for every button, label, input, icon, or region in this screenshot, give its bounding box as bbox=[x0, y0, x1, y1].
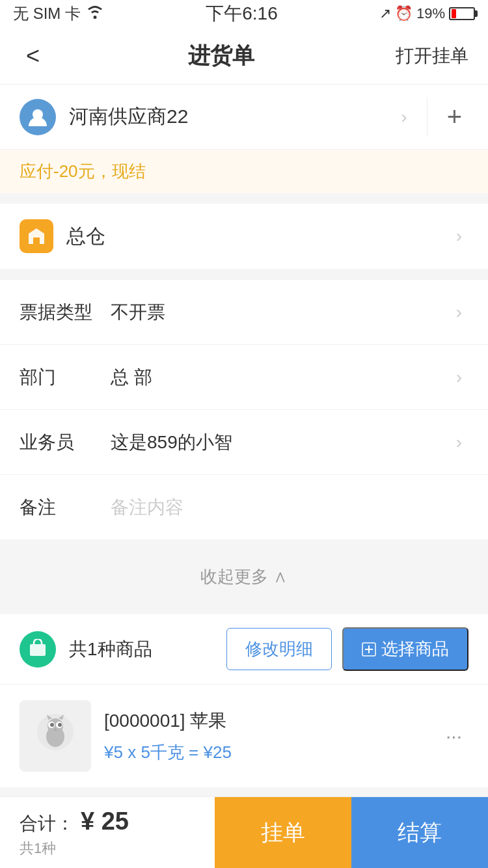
product-more-button[interactable]: ··· bbox=[439, 718, 468, 753]
open-hang-button[interactable]: 打开挂单 bbox=[396, 44, 468, 68]
invoice-label: 票据类型 bbox=[20, 300, 111, 325]
supplier-divider bbox=[427, 98, 427, 137]
status-time: 下午6:16 bbox=[206, 1, 278, 26]
salesman-chevron-icon: › bbox=[456, 432, 462, 453]
invoice-chevron-icon: › bbox=[456, 302, 462, 323]
product-item: [0000001] 苹果 ¥5 x 5千克 = ¥25 ··· bbox=[0, 684, 488, 787]
product-thumbnail bbox=[20, 700, 91, 772]
department-label: 部门 bbox=[20, 365, 111, 390]
supplier-chevron-icon: › bbox=[401, 107, 407, 128]
battery-percentage: 19% bbox=[416, 5, 445, 22]
wifi-icon bbox=[86, 5, 104, 23]
supplier-avatar bbox=[20, 99, 56, 135]
invoice-value: 不开票 bbox=[111, 300, 456, 325]
svg-rect-2 bbox=[30, 644, 46, 656]
hang-button[interactable]: 挂单 bbox=[215, 797, 351, 869]
bottom-bar: 合计： ¥ 25 共1种 挂单 结算 bbox=[0, 796, 488, 868]
total-label-text: 合计： bbox=[20, 811, 74, 836]
svg-point-11 bbox=[50, 723, 54, 727]
select-product-label: 选择商品 bbox=[381, 638, 449, 660]
product-owl-icon bbox=[33, 709, 78, 763]
warehouse-icon bbox=[20, 219, 53, 253]
invoice-row[interactable]: 票据类型 不开票 › bbox=[0, 279, 488, 344]
warehouse-section: 总仓 › bbox=[0, 204, 488, 269]
supplier-name: 河南供应商22 bbox=[69, 103, 401, 130]
spacer1 bbox=[0, 604, 488, 614]
battery-icon bbox=[449, 7, 475, 20]
products-header: 共1种商品 修改明细 选择商品 bbox=[0, 614, 488, 684]
salesman-row[interactable]: 业务员 这是859的小智 › bbox=[0, 409, 488, 474]
collapse-button[interactable]: 收起更多 ∧ bbox=[0, 550, 488, 604]
nav-bar: < 进货单 打开挂单 bbox=[0, 27, 488, 85]
total-section: 合计： ¥ 25 共1种 bbox=[0, 807, 215, 858]
salesman-value: 这是859的小智 bbox=[111, 430, 456, 455]
salesman-label: 业务员 bbox=[20, 430, 111, 455]
status-bar: 无 SIM 卡 下午6:16 ↗ ⏰ 19% bbox=[0, 0, 488, 27]
status-left: 无 SIM 卡 bbox=[13, 3, 104, 24]
products-icon bbox=[20, 631, 56, 668]
back-button[interactable]: < bbox=[20, 36, 46, 76]
department-value: 总 部 bbox=[111, 365, 456, 390]
page-title: 进货单 bbox=[188, 41, 254, 71]
warehouse-name: 总仓 bbox=[66, 223, 456, 250]
checkout-button[interactable]: 结算 bbox=[351, 797, 488, 869]
alarm-icon: ⏰ bbox=[395, 5, 413, 22]
form-section: 票据类型 不开票 › 部门 总 部 › 业务员 这是859的小智 › 备注 备注… bbox=[0, 279, 488, 539]
remark-row[interactable]: 备注 备注内容 bbox=[0, 474, 488, 539]
carrier-text: 无 SIM 卡 bbox=[13, 3, 81, 24]
products-count: 共1种商品 bbox=[69, 637, 226, 662]
product-price: ¥5 x 5千克 = ¥25 bbox=[104, 741, 439, 764]
svg-point-12 bbox=[58, 723, 62, 727]
warehouse-row[interactable]: 总仓 › bbox=[0, 204, 488, 269]
payment-hint: 应付-20元，现结 bbox=[0, 150, 488, 193]
product-info: [0000001] 苹果 ¥5 x 5千克 = ¥25 bbox=[104, 709, 439, 764]
department-chevron-icon: › bbox=[456, 367, 462, 388]
location-icon: ↗ bbox=[379, 5, 391, 22]
department-row[interactable]: 部门 总 部 › bbox=[0, 344, 488, 409]
edit-detail-button[interactable]: 修改明细 bbox=[226, 628, 332, 670]
total-amount: ¥ 25 bbox=[81, 807, 129, 835]
total-count: 共1种 bbox=[20, 839, 195, 858]
add-supplier-button[interactable]: + bbox=[441, 96, 468, 138]
supplier-row[interactable]: 河南供应商22 › + bbox=[0, 85, 488, 150]
supplier-section: 河南供应商22 › + 应付-20元，现结 bbox=[0, 85, 488, 193]
select-product-button[interactable]: 选择商品 bbox=[342, 627, 468, 671]
products-section: 共1种商品 修改明细 选择商品 bbox=[0, 614, 488, 787]
product-name: [0000001] 苹果 bbox=[104, 709, 439, 733]
remark-input[interactable]: 备注内容 bbox=[111, 495, 468, 520]
remark-label: 备注 bbox=[20, 495, 111, 520]
collapse-label: 收起更多 ∧ bbox=[200, 565, 287, 588]
total-label: 合计： ¥ 25 bbox=[20, 807, 195, 836]
warehouse-chevron-icon: › bbox=[456, 226, 462, 247]
status-right: ↗ ⏰ 19% bbox=[379, 5, 475, 22]
svg-rect-1 bbox=[33, 237, 40, 244]
